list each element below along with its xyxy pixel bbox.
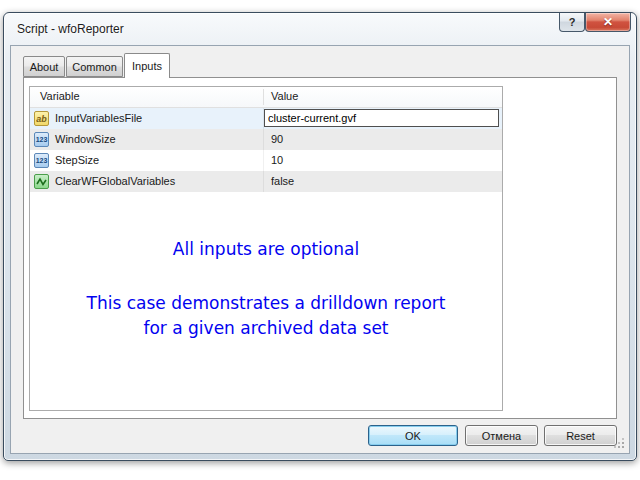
reset-button[interactable]: Reset bbox=[544, 425, 617, 446]
cancel-button[interactable]: Отмена bbox=[465, 425, 538, 446]
ok-button[interactable]: OK bbox=[368, 425, 458, 446]
tab-about-label: About bbox=[30, 61, 59, 73]
table-row[interactable]: ClearWFGlobalVariables false bbox=[30, 171, 502, 192]
inputs-table: Variable Value ab InputVariablesFile bbox=[29, 86, 503, 411]
variable-name: InputVariablesFile bbox=[55, 112, 142, 124]
variable-value: false bbox=[271, 175, 294, 187]
column-divider[interactable] bbox=[263, 89, 264, 105]
column-header-variable[interactable]: Variable bbox=[40, 90, 80, 102]
value-edit-input[interactable] bbox=[264, 109, 499, 127]
note-description-line1: This case demonstrates a drilldown repor… bbox=[30, 291, 502, 316]
resize-grip-icon[interactable] bbox=[613, 437, 625, 449]
tab-about[interactable]: About bbox=[23, 56, 65, 77]
cancel-button-label: Отмена bbox=[482, 430, 521, 442]
integer-type-icon: 123 bbox=[34, 153, 49, 168]
table-row[interactable]: 123 WindowSize 90 bbox=[30, 129, 502, 150]
string-type-icon: ab bbox=[34, 111, 49, 126]
variable-value: 10 bbox=[271, 154, 283, 166]
variable-name: StepSize bbox=[55, 154, 99, 166]
integer-type-icon: 123 bbox=[34, 132, 49, 147]
window-title: Script - wfoReporter bbox=[17, 22, 124, 36]
dialog-window: Script - wfoReporter ? ✕ About Common In… bbox=[3, 12, 637, 461]
screenshot-stage: Script - wfoReporter ? ✕ About Common In… bbox=[0, 0, 640, 480]
tab-common[interactable]: Common bbox=[66, 56, 123, 77]
note-description-line2: for a given archived data set bbox=[30, 316, 502, 341]
boolean-type-icon bbox=[34, 174, 49, 189]
table-header: Variable Value bbox=[30, 87, 502, 108]
table-row[interactable]: 123 StepSize 10 bbox=[30, 150, 502, 171]
tab-inputs[interactable]: Inputs bbox=[124, 53, 170, 78]
help-button[interactable]: ? bbox=[559, 13, 585, 32]
note-optional-inputs: All inputs are optional bbox=[30, 239, 502, 259]
variable-value: 90 bbox=[271, 133, 283, 145]
variable-name: WindowSize bbox=[55, 133, 116, 145]
dialog-client-area: About Common Inputs Variable Value bbox=[11, 46, 629, 453]
ok-button-label: OK bbox=[405, 430, 421, 442]
note-description: This case demonstrates a drilldown repor… bbox=[30, 291, 502, 341]
close-button[interactable]: ✕ bbox=[585, 13, 631, 32]
variable-name: ClearWFGlobalVariables bbox=[55, 175, 175, 187]
reset-button-label: Reset bbox=[566, 430, 595, 442]
column-header-value[interactable]: Value bbox=[271, 90, 298, 102]
tab-inputs-label: Inputs bbox=[132, 60, 162, 72]
close-icon: ✕ bbox=[603, 15, 613, 29]
inputs-tab-page: Variable Value ab InputVariablesFile bbox=[23, 77, 617, 419]
help-icon: ? bbox=[569, 16, 576, 28]
tab-common-label: Common bbox=[72, 61, 117, 73]
table-row[interactable]: ab InputVariablesFile bbox=[30, 108, 502, 129]
